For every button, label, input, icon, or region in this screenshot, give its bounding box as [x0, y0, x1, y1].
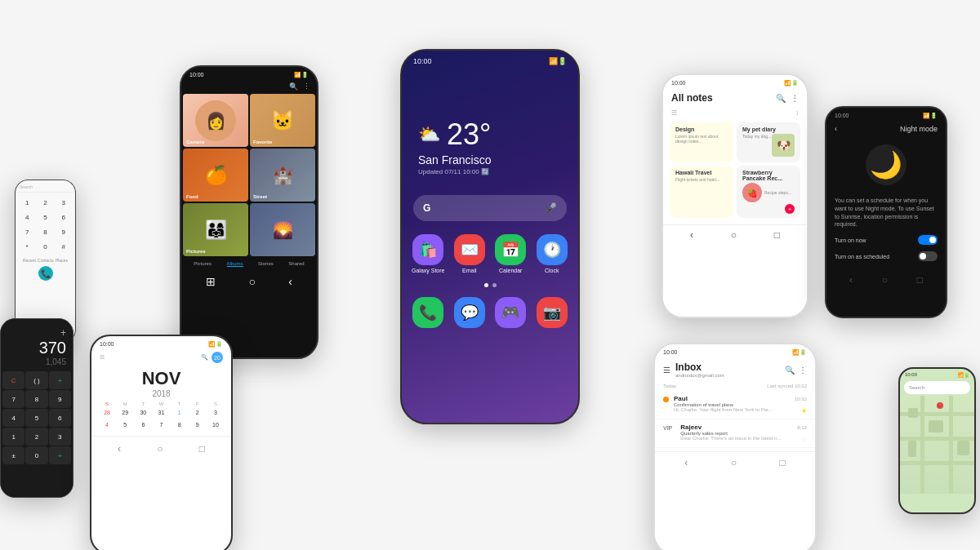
- dock-camera[interactable]: 📷: [534, 297, 571, 328]
- tab-shared[interactable]: Shared: [288, 261, 304, 267]
- key-9[interactable]: 9: [56, 225, 72, 238]
- notes-search-icon[interactable]: 🔍: [776, 94, 786, 103]
- calc-btn-3[interactable]: 3: [49, 428, 71, 446]
- calc-btn-6[interactable]: 6: [49, 409, 71, 427]
- key-5[interactable]: 5: [37, 211, 53, 224]
- night-nav-recents[interactable]: □: [917, 274, 923, 286]
- calc-btn-div[interactable]: ÷: [49, 371, 71, 389]
- app-email[interactable]: ✉️ Email: [452, 234, 488, 273]
- notes-nav-recents[interactable]: □: [774, 229, 780, 241]
- tab-pictures[interactable]: Pictures: [194, 261, 212, 267]
- key-7[interactable]: 7: [19, 225, 35, 238]
- calc-btn-2[interactable]: 2: [25, 428, 47, 446]
- notes-nav-home[interactable]: ○: [731, 229, 737, 241]
- note-pet-diary[interactable]: My pet diary 🐶 Today my dog...: [737, 122, 800, 162]
- email-star-paul[interactable]: ★: [801, 407, 807, 415]
- night-nav-back[interactable]: ‹: [849, 274, 853, 286]
- cal-icons: 📶🔋: [208, 341, 223, 348]
- dock-messages[interactable]: 💬: [452, 297, 488, 328]
- key-hash[interactable]: #: [56, 240, 72, 253]
- app-clock[interactable]: 🕐 Clock: [534, 234, 571, 273]
- note-design[interactable]: Design Lorem ipsum text about design not…: [670, 122, 733, 162]
- note-hawaii[interactable]: Hawaii Travel Flight tickets and hotel..…: [670, 166, 733, 218]
- calc-btn-8[interactable]: 8: [25, 390, 47, 408]
- email-label: Email: [462, 268, 477, 273]
- gallery-search-icon[interactable]: 🔍: [289, 82, 298, 91]
- calc-btn-0[interactable]: 0: [25, 446, 47, 464]
- toggle-1-label: Turn on now: [835, 237, 866, 243]
- gmail-action-icons: 🔍 ⋮: [785, 366, 807, 375]
- cal-days-header: S M T W T F S: [91, 401, 231, 406]
- gmail-nav-recents[interactable]: □: [780, 457, 786, 468]
- night-title: Night mode: [900, 125, 938, 133]
- email-vip-rajeev: VIP: [663, 425, 672, 431]
- night-back-icon[interactable]: ‹: [835, 125, 837, 133]
- gmail-time: 10:00: [663, 349, 678, 356]
- key-8[interactable]: 8: [37, 225, 53, 238]
- cal-nav-recents[interactable]: □: [199, 443, 205, 455]
- gmail-search-icon[interactable]: 🔍: [785, 366, 795, 375]
- cal-30: 30: [134, 408, 152, 417]
- calc-btn-clear[interactable]: C: [2, 371, 24, 389]
- app-galaxy-store[interactable]: 🛍️ Galaxy Store: [410, 234, 447, 273]
- key-1[interactable]: 1: [19, 196, 35, 209]
- calc-btn-divide[interactable]: ÷: [49, 446, 71, 464]
- cal-31: 31: [152, 408, 170, 417]
- key-2[interactable]: 2: [37, 196, 53, 209]
- notes-menu-icon[interactable]: ☰: [671, 109, 677, 117]
- notes-more-icon[interactable]: ⋮: [791, 94, 799, 103]
- key-4[interactable]: 4: [19, 211, 35, 224]
- notes-nav-back[interactable]: ‹: [690, 229, 693, 241]
- dock-phone[interactable]: 📞: [410, 297, 447, 328]
- notes-header: All notes 🔍 ⋮: [663, 89, 807, 107]
- calc-btn-1[interactable]: 1: [2, 428, 24, 446]
- toggle-1-switch[interactable]: [918, 235, 938, 245]
- call-button[interactable]: 📞: [38, 266, 53, 281]
- moon-icon: 🌙: [870, 149, 902, 180]
- calc-btn-5[interactable]: 5: [25, 409, 47, 427]
- calc-btn-7[interactable]: 7: [2, 390, 24, 408]
- app-calendar[interactable]: 📅 Calendar: [492, 234, 529, 273]
- maps-search-bar[interactable]: Search: [904, 381, 970, 394]
- night-nav-home[interactable]: ○: [882, 274, 888, 286]
- night-nav: ‹ ○ □: [826, 269, 946, 291]
- cal-search-icon[interactable]: 🔍: [201, 354, 208, 361]
- gmail-section-label: Today: [663, 384, 676, 388]
- cal-nav-back[interactable]: ‹: [118, 443, 121, 455]
- calc-btn-paren[interactable]: ( ): [25, 371, 47, 389]
- gmail-nav-home[interactable]: ○: [731, 457, 737, 468]
- calc-btn-9[interactable]: 9: [49, 390, 71, 408]
- notes-sort-icon[interactable]: ↕: [795, 109, 799, 117]
- night-status-bar: 10:00 📶🔋: [826, 108, 946, 122]
- gallery-cell-street: 🏰 Street: [250, 149, 315, 202]
- main-icons: 📶🔋: [549, 57, 567, 65]
- tab-places[interactable]: Places: [56, 258, 68, 263]
- cal-nav-home[interactable]: ○: [157, 443, 163, 455]
- key-star[interactable]: *: [19, 240, 35, 253]
- email-row-rajeev[interactable]: VIP Rajeev 8:12 Quarterly sales report D…: [655, 419, 815, 448]
- dock-game[interactable]: 🎮: [492, 297, 529, 328]
- note-strawberry[interactable]: Strawberry Pancake Rec... 🍓 Recipe steps…: [737, 166, 800, 218]
- toggle-2-switch[interactable]: [918, 251, 938, 261]
- gallery-more-icon[interactable]: ⋮: [303, 82, 310, 91]
- dot-1: [484, 283, 488, 287]
- gmail-menu-icon[interactable]: ☰: [663, 366, 670, 375]
- tab-contacts[interactable]: Contacts: [38, 258, 54, 263]
- tab-recent[interactable]: Recent: [23, 258, 36, 263]
- gmail-more-icon[interactable]: ⋮: [799, 366, 807, 375]
- calc-display: + 370 1,045: [1, 319, 73, 370]
- email-time-paul: 10:32: [795, 397, 807, 401]
- key-3[interactable]: 3: [56, 196, 72, 209]
- key-0[interactable]: 0: [37, 240, 53, 253]
- gallery-nav-home-icon: ○: [248, 275, 255, 288]
- email-star-rajeev[interactable]: ☆: [801, 436, 807, 443]
- calc-btn-plus-minus[interactable]: ±: [2, 446, 24, 464]
- gmail-nav-back[interactable]: ‹: [684, 457, 688, 468]
- key-6[interactable]: 6: [56, 211, 72, 224]
- email-row-paul[interactable]: Paul 10:32 Confirmation of travel plans …: [655, 391, 815, 419]
- tab-stories[interactable]: Stories: [258, 261, 274, 267]
- main-search-bar[interactable]: G 🎤: [413, 195, 567, 221]
- cal-menu-icon[interactable]: ☰: [100, 354, 105, 361]
- calc-btn-4[interactable]: 4: [2, 409, 24, 427]
- tab-albums[interactable]: Albums: [227, 261, 243, 267]
